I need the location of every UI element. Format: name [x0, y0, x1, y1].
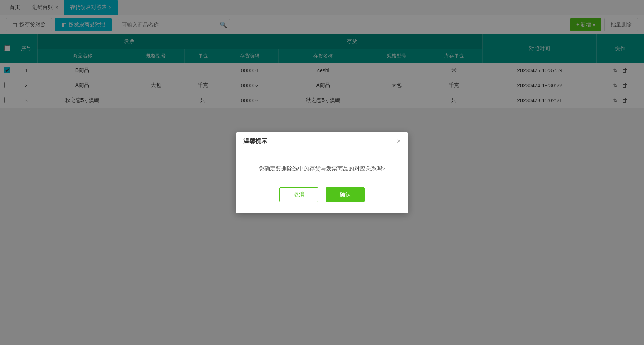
dialog-overlay: 温馨提示 × 您确定要删除选中的存货与发票商品的对应关系吗? 取消 确认: [0, 0, 644, 108]
